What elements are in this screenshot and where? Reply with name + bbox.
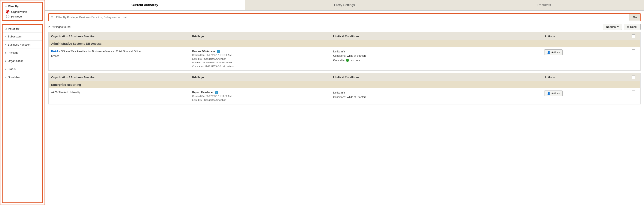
sidebar-item-status[interactable]: › Status (2, 65, 42, 73)
go-button[interactable]: Go (629, 14, 640, 20)
col-header-privilege: Privilege (192, 35, 333, 38)
cell-limits-2: Limits: n/a Conditions: While at Stanfor… (333, 90, 544, 99)
privilege-edited-1: Edited By : Sangeetha Chowhan (192, 57, 332, 61)
privilege-info-icon-2[interactable]: i (215, 91, 218, 94)
chevron-business-function-icon: › (5, 43, 6, 46)
cell-limits-1: Limits: n/a Conditions: While at Stanfor… (333, 50, 544, 62)
conditions-value-1: Conditions: While at Stanford (333, 54, 544, 58)
subsystem-kronos: Kronos (51, 54, 192, 58)
sidebar-item-grantable[interactable]: › Grantable (2, 73, 42, 81)
row-checkbox-1[interactable] (632, 50, 635, 53)
radio-privilege[interactable]: Privilege (6, 15, 40, 18)
sidebar-item-subsystem[interactable]: › Subsystem (2, 32, 42, 41)
radio-label-organization: Organization (11, 10, 27, 14)
tab-bar: Current Authority Proxy Settings Request… (45, 0, 644, 11)
col-header-checkbox-2 (629, 76, 638, 79)
cell-actions-2: 👤 Actions (544, 90, 628, 96)
privilege-granted-1: Granted On: 06/07/2021 11:10:36 AM (192, 53, 332, 57)
col-header-checkbox (629, 34, 638, 38)
col-header-limits-2: Limits & Conditions (333, 76, 545, 79)
grantable-1: Grantable: can grant (333, 58, 544, 62)
chevron-privilege-icon: › (5, 51, 6, 54)
cell-org-2: AA00-Stanford University (51, 90, 192, 94)
privilege-updated-1: Updated On: 06/07/2021 11:10:36 AM (192, 61, 332, 64)
hamburger-icon: ≡ (5, 5, 7, 8)
sidebar-item-business-function[interactable]: › Business Function (2, 41, 42, 49)
row-checkbox-2[interactable] (632, 90, 635, 94)
radio-circle-privilege (6, 15, 10, 18)
filter-search-bar: ⧖ Go (48, 13, 640, 21)
tab-requests[interactable]: Requests (444, 0, 644, 10)
cell-privilege-1: Kronos DB Access i Granted On: 06/07/202… (192, 50, 332, 68)
radio-organization[interactable]: Organization (6, 10, 40, 14)
request-button[interactable]: Request ▾ (603, 24, 622, 30)
filter-search-icon: ⧖ (49, 14, 55, 21)
filter-by-header: ⧖ Filter By (2, 24, 42, 32)
content-area: ⧖ Go 2 Privileges found. Request ▾ ↺ Res… (45, 11, 644, 205)
reset-button[interactable]: ↺ Reset (624, 24, 640, 30)
cell-actions-1: 👤 Actions (544, 50, 628, 55)
cell-checkbox-1 (629, 50, 638, 53)
table-row: BAAA - Office of Vice President for Busi… (48, 47, 640, 70)
tab-current-authority[interactable]: Current Authority (45, 0, 245, 10)
privilege-info-icon-1[interactable]: i (217, 50, 220, 53)
limits-value-1: Limits: n/a (333, 50, 544, 54)
results-count: 2 Privileges found. (48, 25, 71, 28)
chevron-status-icon: › (5, 68, 6, 70)
privilege-comments-1: Comments: MaIS UAT 6/3/21 db refresh (192, 64, 332, 68)
view-by-title: ≡ View By (5, 5, 40, 8)
privilege-name-1: Kronos DB Access (192, 50, 216, 53)
view-by-options: Organization Privilege (5, 10, 40, 18)
privilege-edited-2: Edited By : Sangeetha Chowhan (192, 98, 332, 102)
sidebar: ≡ View By Organization Privilege ⧖ Filte… (0, 0, 45, 205)
filter-search-input[interactable] (55, 14, 629, 20)
col-header-privilege-2: Privilege (192, 76, 333, 79)
cell-privilege-2: Report Developer i Granted On: 06/07/202… (192, 90, 332, 102)
col-header-org-2: Organization / Business Function (51, 76, 192, 79)
limits-value-2: Limits: n/a (333, 90, 544, 95)
select-all-checkbox[interactable] (632, 34, 635, 38)
section-admin-db: Administrative Systems DB Access (48, 40, 640, 47)
org-link-baaa[interactable]: BAAA (51, 50, 59, 53)
reset-icon: ↺ (627, 25, 629, 28)
actions-button-1[interactable]: 👤 Actions (544, 50, 562, 55)
actions-button-2[interactable]: 👤 Actions (544, 90, 562, 96)
table-header-row-2: Organization / Business Function Privile… (48, 73, 640, 81)
results-actions: Request ▾ ↺ Reset (603, 24, 640, 30)
green-check-icon-1 (346, 59, 349, 62)
person-icon-1: 👤 (547, 51, 550, 54)
person-icon-2: 👤 (547, 92, 550, 95)
privilege-granted-2: Granted On: 06/07/2021 11:11:30 AM (192, 94, 332, 98)
request-chevron-icon: ▾ (617, 25, 619, 28)
main-content: Current Authority Proxy Settings Request… (45, 0, 644, 205)
chevron-subsystem-icon: › (5, 35, 6, 38)
privileges-table: Organization / Business Function Privile… (48, 32, 640, 104)
table-header-row: Organization / Business Function Privile… (48, 32, 640, 40)
privilege-name-2: Report Developer (192, 91, 214, 94)
select-all-checkbox-2[interactable] (632, 76, 635, 79)
chevron-grantable-icon: › (5, 76, 6, 79)
section-enterprise-reporting: Enterprise Reporting (48, 81, 640, 88)
sidebar-item-privilege[interactable]: › Privilege (2, 49, 42, 57)
filter-header-icon: ⧖ (5, 27, 7, 30)
cell-org-1: BAAA - Office of Vice President for Busi… (51, 50, 192, 58)
filter-by-section: ⧖ Filter By › Subsystem › Business Funct… (2, 24, 43, 203)
conditions-value-2: Conditions: While at Stanford (333, 95, 544, 99)
radio-circle-organization (6, 10, 10, 14)
sidebar-item-organization[interactable]: › Organization (2, 57, 42, 65)
results-bar: 2 Privileges found. Request ▾ ↺ Reset (48, 24, 640, 30)
col-header-org: Organization / Business Function (51, 35, 192, 38)
cell-checkbox-2 (629, 90, 638, 94)
col-header-actions: Actions (545, 35, 629, 38)
table-row-2: AA00-Stanford University Report Develope… (48, 88, 640, 104)
radio-label-privilege: Privilege (11, 15, 22, 18)
tab-proxy-settings[interactable]: Proxy Settings (245, 0, 444, 10)
view-by-section: ≡ View By Organization Privilege (2, 2, 43, 21)
col-header-limits: Limits & Conditions (333, 35, 545, 38)
chevron-organization-icon: › (5, 60, 6, 62)
col-header-actions-2: Actions (545, 76, 629, 79)
